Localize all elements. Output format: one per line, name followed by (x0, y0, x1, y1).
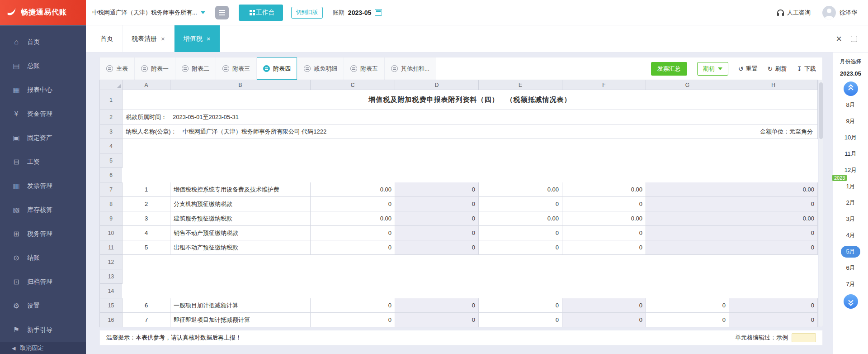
close-tab-icon[interactable]: × (161, 35, 165, 43)
close-all-icon[interactable]: × (836, 34, 842, 44)
value-cell[interactable]: 0 (395, 240, 479, 255)
sidebar-item-10[interactable]: ⊙结账 (0, 246, 86, 270)
column-header-C[interactable]: C (311, 80, 395, 90)
support-link[interactable]: 人工咨询 (777, 9, 811, 17)
sidebar-item-3[interactable]: ▦报表中心 (0, 78, 86, 102)
sidebar-item-4[interactable]: ¥资金管理 (0, 102, 86, 126)
row-number[interactable]: 11 (100, 240, 123, 255)
row-number[interactable]: 15 (100, 298, 123, 313)
month-9[interactable]: 4月 (833, 227, 868, 244)
scroll-down-button[interactable] (844, 294, 858, 309)
row-number[interactable]: 10 (100, 226, 123, 240)
item-cell[interactable]: 出租不动产预征缴纳税款 (170, 240, 311, 255)
column-header-H[interactable]: H (729, 80, 818, 90)
value-cell[interactable]: 0 (646, 298, 729, 313)
row-number[interactable]: 9 (100, 211, 123, 226)
value-cell[interactable]: 0.00 (479, 182, 562, 197)
sheet-tab-4[interactable]: 附表三 (216, 57, 257, 80)
row-number[interactable]: 3 (100, 124, 123, 139)
tab-1[interactable]: 首页 (91, 25, 123, 52)
opening-balance-button[interactable]: 期初 (697, 62, 728, 76)
sidebar-item-13[interactable]: ⚑新手引导 (0, 318, 86, 342)
column-header-A[interactable]: A (123, 80, 170, 90)
invoice-summary-button[interactable]: 发票汇总 (651, 62, 687, 76)
value-cell[interactable]: 0 (479, 226, 562, 240)
month-4[interactable]: 11月 (833, 146, 868, 162)
row-number[interactable]: 2 (100, 110, 123, 124)
value-cell[interactable]: 0 (395, 298, 479, 313)
sheet-tab-1[interactable]: 主表 (100, 57, 135, 80)
value-cell[interactable]: 0 (479, 313, 562, 327)
month-10[interactable]: 5月 (833, 244, 868, 260)
item-cell[interactable]: 即征即退项目加计抵减额计算 (170, 313, 311, 327)
value-cell[interactable]: 0 (562, 313, 646, 327)
unpin-button[interactable]: ◀ 取消固定 (0, 342, 86, 354)
column-header-B[interactable]: B (170, 80, 311, 90)
month-12[interactable]: 7月 (833, 276, 868, 292)
row-number[interactable]: 12 (100, 255, 123, 269)
reset-button[interactable]: ↺ 重置 (738, 65, 758, 73)
seq-cell[interactable]: 1 (123, 182, 170, 197)
value-cell[interactable]: 0 (395, 211, 479, 226)
value-cell[interactable]: 0 (395, 182, 479, 197)
seq-cell[interactable]: 2 (123, 197, 170, 211)
row-number[interactable]: 1 (100, 90, 123, 110)
sidebar-item-1[interactable]: ⌂首页 (0, 30, 86, 54)
column-header-G[interactable]: G (646, 80, 729, 90)
sheet-tab-5[interactable]: 附表四 (257, 57, 297, 80)
value-cell[interactable]: 0.00 (562, 211, 646, 226)
value-cell[interactable]: 0 (311, 313, 395, 327)
download-button[interactable]: ↧ 下载 (797, 65, 816, 73)
sheet-tab-8[interactable]: 其他扣和... (385, 57, 436, 80)
value-cell[interactable]: 0.00 (562, 182, 646, 197)
seq-cell[interactable]: 4 (123, 226, 170, 240)
month-8[interactable]: 3月 (833, 211, 868, 227)
scroll-up-button[interactable] (844, 81, 858, 96)
fullscreen-icon[interactable] (851, 36, 857, 42)
value-cell[interactable]: 0 (479, 240, 562, 255)
row-number[interactable]: 4 (100, 139, 123, 153)
report-icon[interactable] (215, 6, 229, 19)
calendar-icon[interactable] (375, 9, 382, 16)
value-cell[interactable]: 0 (311, 197, 395, 211)
switch-old-version-button[interactable]: 切到旧版 (291, 7, 323, 19)
sidebar-item-9[interactable]: ⊞税务管理 (0, 222, 86, 246)
sidebar-item-12[interactable]: ⚙设置 (0, 294, 86, 318)
value-cell[interactable]: 0 (311, 298, 395, 313)
value-cell[interactable]: 0 (646, 197, 818, 211)
sidebar-item-5[interactable]: ▣固定资产 (0, 126, 86, 150)
row-number[interactable]: 16 (100, 313, 123, 327)
row-number[interactable]: 6 (100, 168, 123, 182)
value-cell[interactable]: 0 (395, 313, 479, 327)
value-cell[interactable]: 0 (646, 240, 818, 255)
sidebar-item-2[interactable]: ▤总账 (0, 54, 86, 78)
row-number[interactable]: 8 (100, 197, 123, 211)
row-number[interactable]: 13 (100, 269, 123, 284)
brand-logo[interactable]: 畅捷通易代账 (0, 0, 86, 25)
value-cell[interactable]: 0 (729, 313, 818, 327)
value-cell[interactable]: 0 (562, 298, 646, 313)
value-cell[interactable]: 0.00 (311, 211, 395, 226)
month-1[interactable]: 8月 (833, 97, 868, 113)
close-tab-icon[interactable]: × (207, 35, 211, 43)
user-menu[interactable]: 徐泽华 (822, 6, 857, 19)
value-cell[interactable]: 0 (311, 226, 395, 240)
seq-cell[interactable]: 7 (123, 313, 170, 327)
month-11[interactable]: 6月 (833, 260, 868, 276)
seq-cell[interactable]: 5 (123, 240, 170, 255)
vertical-scrollbar[interactable] (819, 80, 823, 327)
value-cell[interactable]: 0 (479, 298, 562, 313)
row-number[interactable]: 5 (100, 153, 123, 168)
value-cell[interactable]: 0.00 (646, 211, 818, 226)
sidebar-item-11[interactable]: ⊡归档管理 (0, 270, 86, 294)
item-cell[interactable]: 增值税税控系统专用设备费及技术维护费 (170, 182, 311, 197)
value-cell[interactable]: 0 (729, 298, 818, 313)
workbench-button[interactable]: 工作台 (239, 5, 283, 21)
column-header-F[interactable]: F (562, 80, 646, 90)
item-cell[interactable]: 建筑服务预征缴纳税款 (170, 211, 311, 226)
month-2[interactable]: 9月 (833, 113, 868, 129)
value-cell[interactable]: 0 (479, 197, 562, 211)
seq-cell[interactable]: 3 (123, 211, 170, 226)
value-cell[interactable]: 0 (646, 226, 818, 240)
value-cell[interactable]: 0 (562, 197, 646, 211)
